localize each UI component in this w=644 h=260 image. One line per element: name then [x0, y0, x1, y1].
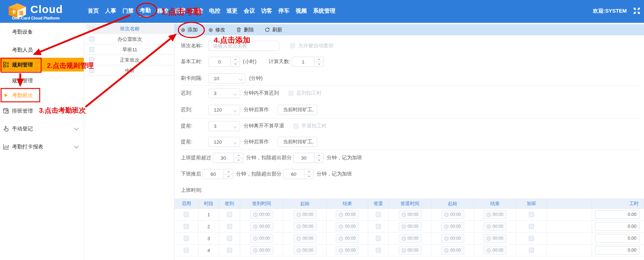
number-spinner[interactable] [234, 153, 243, 162]
start-time-input[interactable]: 00:00 [441, 246, 464, 255]
checkout-time-input[interactable]: 00:00 [399, 234, 422, 243]
base-hours-input[interactable]: 0 [208, 57, 240, 67]
nav-item-meeting[interactable]: 会议 [244, 6, 255, 16]
checkin-time-input[interactable]: 00:00 [250, 222, 273, 231]
end-time-input[interactable]: 00:00 [483, 222, 506, 231]
end-time-input[interactable]: 00:00 [336, 222, 359, 231]
ot-before-input[interactable]: 30 [213, 153, 243, 163]
start-time-input[interactable]: 00:00 [441, 210, 464, 219]
spinner-up-icon[interactable] [231, 57, 240, 62]
nav-item-video[interactable]: 视频 [296, 6, 307, 16]
end-time-input[interactable]: 00:00 [483, 246, 506, 255]
checkout-checkbox[interactable] [376, 212, 381, 217]
number-spinner[interactable] [230, 57, 240, 66]
nav-item-visitor[interactable]: 访客 [261, 6, 272, 16]
checkout-time-input[interactable]: 00:00 [399, 246, 422, 255]
end-time-input[interactable]: 00:00 [483, 210, 506, 219]
spinner-down-icon[interactable] [234, 158, 243, 163]
checkin-checkbox[interactable] [227, 224, 232, 229]
end-time-input[interactable]: 00:00 [336, 246, 359, 255]
spinner-down-icon[interactable] [314, 62, 323, 67]
sidebar-item-rule-management[interactable]: 规则管理 [0, 58, 84, 72]
late-absent-select[interactable]: 120 [208, 105, 240, 115]
nav-item-home[interactable]: 首页 [88, 6, 99, 16]
number-spinner[interactable] [304, 169, 313, 179]
spinner-down-icon[interactable] [304, 174, 313, 179]
checkin-time-input[interactable]: 00:00 [250, 210, 273, 219]
checkout-checkbox[interactable] [376, 236, 381, 241]
early-absent-type-select[interactable]: 当前时段旷工 [278, 137, 317, 147]
early-deduct-checkbox[interactable] [293, 124, 299, 129]
overtime-checkbox[interactable] [529, 248, 534, 253]
end-time-input[interactable]: 00:00 [336, 210, 359, 219]
checkout-checkbox[interactable] [376, 224, 381, 229]
enable-checkbox[interactable] [184, 248, 189, 253]
end-time-input[interactable]: 00:00 [336, 234, 359, 243]
overtime-checkbox[interactable] [529, 212, 534, 217]
list-item[interactable]: 早班11 [86, 44, 174, 55]
nav-item-attendance[interactable]: 考勤 [140, 5, 151, 17]
checkin-time-input[interactable]: 00:00 [250, 246, 273, 255]
checkin-checkbox[interactable] [227, 248, 232, 253]
spinner-up-icon[interactable] [304, 169, 313, 174]
checkin-checkbox[interactable] [227, 236, 232, 241]
ot-after-input[interactable]: 60 [203, 169, 233, 179]
calc-days-input[interactable]: 1 [292, 57, 324, 67]
number-spinner[interactable] [223, 169, 233, 179]
overtime-checkbox[interactable] [529, 236, 534, 241]
refresh-button[interactable]: 刷新 [265, 27, 282, 33]
sidebar-item-scheduling[interactable]: 排班管理 [0, 105, 84, 117]
enable-checkbox[interactable] [184, 212, 189, 217]
spinner-down-icon[interactable] [231, 62, 240, 67]
enable-checkbox[interactable] [184, 224, 189, 229]
swipe-interval-select[interactable]: 10 [208, 73, 245, 83]
nav-item-patrol[interactable]: 巡更 [226, 6, 238, 16]
end-time-input[interactable]: 00:00 [483, 234, 506, 243]
spinner-down-icon[interactable] [314, 158, 323, 163]
list-item[interactable]: 正常班次 [86, 55, 174, 65]
start-time-input[interactable]: 00:00 [441, 234, 464, 243]
nav-item-system[interactable]: 系统管理 [313, 6, 335, 16]
auto-assign-checkbox[interactable] [290, 43, 295, 48]
spinner-up-icon[interactable] [224, 169, 233, 174]
early-absent-select[interactable]: 120 [208, 137, 240, 147]
add-button[interactable]: ⊕ 添加 [181, 27, 198, 33]
list-item[interactable]: 中班 [86, 65, 174, 76]
sidebar-item-attendance-devices[interactable]: 考勤设备 [0, 26, 84, 38]
number-spinner[interactable] [314, 57, 323, 66]
nav-item-elevator[interactable]: 梯控 [157, 6, 168, 16]
edit-button[interactable]: ⊕ 修改 [209, 27, 226, 33]
start-time-input[interactable]: 00:00 [441, 222, 464, 231]
list-item[interactable]: 办公室班次 [86, 34, 174, 44]
chevron-down-icon[interactable] [74, 144, 79, 148]
start-time-input[interactable]: 00:00 [293, 210, 317, 219]
start-time-input[interactable]: 00:00 [293, 234, 317, 243]
spinner-up-icon[interactable] [314, 153, 323, 158]
late-deduct-checkbox[interactable] [288, 91, 293, 96]
sidebar-item-attendance-shift[interactable]: 考勤班次 [0, 89, 84, 101]
start-time-input[interactable]: 00:00 [293, 222, 317, 231]
checkout-time-input[interactable]: 00:00 [399, 222, 422, 231]
enable-checkbox[interactable] [184, 236, 189, 241]
shift-name-input[interactable] [208, 41, 279, 51]
sidebar-item-punch-report[interactable]: 考勤打卡报表 [0, 140, 84, 153]
sidebar-item-attendance-people[interactable]: 考勤人员 [0, 44, 84, 56]
nav-item-water[interactable]: 水控 [192, 6, 203, 16]
nav-item-electric[interactable]: 电控 [209, 6, 220, 16]
checkin-time-input[interactable]: 00:00 [250, 234, 273, 243]
nav-item-parking[interactable]: 停车 [278, 6, 290, 16]
nav-item-hr[interactable]: 人事 [105, 6, 116, 16]
overtime-checkbox[interactable] [529, 224, 534, 229]
start-time-input[interactable]: 00:00 [293, 246, 317, 255]
nav-item-access[interactable]: 门禁 [122, 6, 134, 16]
spinner-down-icon[interactable] [224, 174, 233, 179]
nav-item-consume[interactable]: 消费 [174, 6, 186, 16]
sidebar-item-manual-register[interactable]: 手动登记 [0, 122, 84, 135]
ot-before-input2[interactable]: 30 [293, 153, 324, 163]
number-spinner[interactable] [314, 153, 323, 162]
spinner-up-icon[interactable] [314, 57, 323, 62]
ot-after-input2[interactable]: 60 [283, 169, 314, 179]
chevron-down-icon[interactable] [74, 126, 79, 130]
sidebar-item-rule-management-sub[interactable]: 规则管理 [0, 74, 84, 87]
checkin-checkbox[interactable] [227, 212, 232, 217]
